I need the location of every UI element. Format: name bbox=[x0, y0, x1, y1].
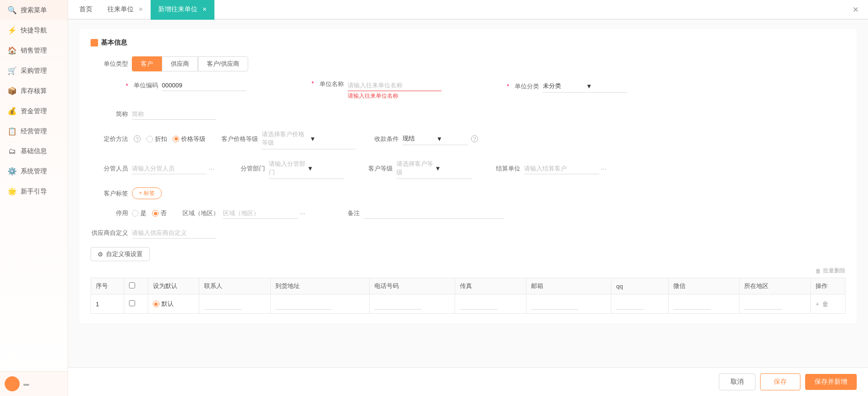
disabled-radio-group: 是 否 bbox=[132, 209, 167, 217]
supplier-custom-input[interactable] bbox=[132, 227, 216, 239]
pricing-level[interactable]: 价格等级 bbox=[173, 135, 206, 143]
pricing-label: 定价方法 bbox=[91, 135, 128, 143]
add-row-btn[interactable]: + bbox=[815, 300, 819, 308]
disabled-no[interactable]: 否 bbox=[152, 209, 167, 217]
disabled-no-radio bbox=[152, 210, 159, 217]
add-tag-button[interactable]: + 标签 bbox=[132, 187, 162, 199]
tab-partners-label: 往来单位 bbox=[107, 5, 134, 14]
close-all-tabs[interactable]: ✕ bbox=[847, 5, 864, 14]
close-new-partner-tab[interactable]: ✕ bbox=[202, 6, 207, 13]
sidebar-item-quick-nav[interactable]: ⚡ 快捷导航 bbox=[0, 20, 68, 40]
disabled-yes-label: 是 bbox=[140, 209, 146, 217]
col-default: 设为默认 bbox=[148, 278, 199, 295]
btn-supplier[interactable]: 供应商 bbox=[162, 56, 198, 71]
batch-delete-area: 🗑 批量删除 bbox=[91, 267, 845, 275]
discount-radio bbox=[146, 136, 153, 142]
section-icon bbox=[91, 39, 98, 47]
col-checkbox bbox=[124, 278, 148, 295]
tab-partners[interactable]: 往来单位 ✕ bbox=[100, 0, 151, 20]
customer-level-label: 客户等级 bbox=[355, 164, 393, 173]
unit-type-row: 单位类型 客户 供应商 客户/供应商 bbox=[91, 56, 845, 71]
unit-type-label: 单位类型 bbox=[91, 60, 128, 68]
sidebar-item-operations[interactable]: 📋 经营管理 bbox=[0, 121, 68, 141]
customer-level-select[interactable]: 请选择客户等级 ▼ bbox=[396, 158, 472, 179]
basic-info-icon: 🗂 bbox=[8, 147, 17, 155]
unit-name-input[interactable] bbox=[348, 80, 442, 91]
pricing-radio-group: 折扣 价格等级 bbox=[146, 135, 206, 143]
row-contact bbox=[199, 295, 271, 314]
required-star-code: * bbox=[91, 82, 128, 89]
sidebar-item-system[interactable]: ⚙️ 系统管理 bbox=[0, 161, 68, 181]
cancel-button[interactable]: 取消 bbox=[719, 373, 755, 390]
disabled-yes[interactable]: 是 bbox=[132, 209, 146, 217]
sidebar-item-label: 库存核算 bbox=[21, 87, 47, 95]
department-arrow: ▼ bbox=[307, 165, 344, 172]
unit-category-select[interactable]: 未分类 ▼ bbox=[543, 80, 627, 93]
code-name-category-row: * 单位编码 * 单位名称 请输入往来单位名称 bbox=[91, 80, 845, 100]
short-name-input[interactable] bbox=[132, 109, 216, 120]
wechat-input[interactable] bbox=[673, 298, 711, 310]
settlement-input[interactable] bbox=[524, 163, 599, 174]
select-all-checkbox[interactable] bbox=[129, 282, 135, 288]
section-title-text: 基本信息 bbox=[101, 39, 127, 47]
bottom-action-bar: 取消 保存 保存并新增 bbox=[68, 367, 868, 396]
level-arrow: ▼ bbox=[435, 165, 472, 172]
region-input[interactable] bbox=[223, 208, 298, 219]
remarks-input[interactable] bbox=[364, 208, 504, 219]
default-radio bbox=[153, 301, 160, 307]
sidebar-item-purchase[interactable]: 🛒 采购管理 bbox=[0, 61, 68, 81]
tab-new-partner[interactable]: 新增往来单位 ✕ bbox=[151, 0, 214, 20]
settlement-more[interactable]: ··· bbox=[599, 165, 609, 172]
department-label: 分管部门 bbox=[228, 164, 265, 173]
unit-code-input[interactable] bbox=[162, 80, 246, 91]
row-qq bbox=[611, 295, 669, 314]
sidebar-item-sales[interactable]: 🏠 销售管理 bbox=[0, 40, 68, 61]
col-email: 邮箱 bbox=[526, 278, 611, 295]
row-checkbox bbox=[124, 295, 148, 314]
batch-delete-label[interactable]: 批量删除 bbox=[823, 267, 845, 275]
row-wechat bbox=[668, 295, 739, 314]
department-select[interactable]: 请输入分管部门 ▼ bbox=[269, 158, 344, 179]
sidebar-item-inventory[interactable]: 📦 库存核算 bbox=[0, 81, 68, 101]
price-level-radio bbox=[173, 136, 179, 142]
qq-input[interactable] bbox=[616, 298, 644, 310]
region-more[interactable]: ··· bbox=[298, 210, 307, 217]
tab-home[interactable]: 首页 bbox=[72, 0, 100, 20]
col-wechat: 微信 bbox=[668, 278, 739, 295]
unit-name-error: 请输入往来单位名称 bbox=[348, 92, 442, 100]
customer-price-level-select[interactable]: 请选择客户价格等级 ▼ bbox=[262, 128, 356, 149]
price-level-label: 价格等级 bbox=[181, 135, 206, 143]
sidebar-item-guide[interactable]: 🌟 新手引导 bbox=[0, 181, 68, 202]
delete-row-btn[interactable]: 🗑 bbox=[822, 300, 829, 308]
payment-terms-label: 收款条件 bbox=[371, 135, 399, 143]
sidebar-item-basic-info[interactable]: 🗂 基础信息 bbox=[0, 141, 68, 161]
manager-input[interactable] bbox=[132, 163, 207, 174]
save-button[interactable]: 保存 bbox=[760, 373, 800, 390]
email-input[interactable] bbox=[531, 298, 578, 310]
pricing-info-icon[interactable]: ? bbox=[134, 135, 141, 142]
pricing-discount[interactable]: 折扣 bbox=[146, 135, 167, 143]
close-partners-tab[interactable]: ✕ bbox=[138, 6, 143, 13]
sidebar-item-label: 基础信息 bbox=[21, 147, 47, 155]
phone-input[interactable] bbox=[374, 298, 421, 310]
payment-info-icon[interactable]: ? bbox=[471, 135, 478, 142]
row-select-checkbox[interactable] bbox=[129, 300, 135, 306]
save-new-button[interactable]: 保存并新增 bbox=[805, 374, 857, 390]
unit-name-field: 请输入往来单位名称 bbox=[348, 80, 442, 100]
sidebar-item-finance[interactable]: 💰 资金管理 bbox=[0, 101, 68, 121]
table-row: 1 默认 bbox=[91, 295, 845, 314]
custom-settings-button[interactable]: ⚙ 自定义项设置 bbox=[91, 247, 150, 261]
unit-category-value: 未分类 bbox=[543, 82, 584, 90]
col-action: 操作 bbox=[811, 278, 845, 295]
row-region-input[interactable] bbox=[744, 298, 782, 310]
sidebar-item-search[interactable]: 🔍 搜索菜单 bbox=[0, 0, 68, 20]
payment-terms-select[interactable]: 现结 ▼ bbox=[403, 132, 468, 145]
guide-icon: 🌟 bbox=[8, 187, 17, 196]
contact-input[interactable] bbox=[204, 298, 242, 310]
manager-more[interactable]: ··· bbox=[207, 165, 216, 172]
default-radio-item[interactable]: 默认 bbox=[153, 300, 195, 308]
btn-customer[interactable]: 客户 bbox=[132, 56, 162, 71]
btn-customer-supplier[interactable]: 客户/供应商 bbox=[198, 56, 248, 71]
address-input[interactable] bbox=[275, 298, 332, 310]
fax-input[interactable] bbox=[460, 298, 497, 310]
